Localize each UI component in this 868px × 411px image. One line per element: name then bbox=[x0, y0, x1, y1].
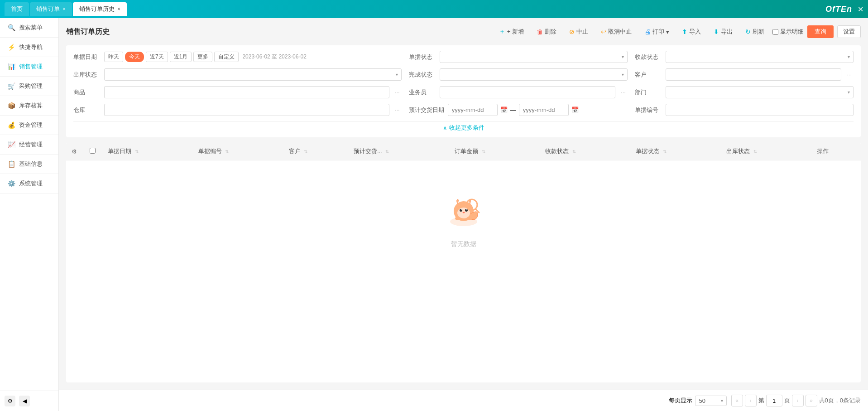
salesperson-input[interactable] bbox=[440, 86, 615, 98]
warehouse-input[interactable] bbox=[104, 104, 389, 116]
filter-panel: 单据日期 昨天 今天 近7天 近1月 更多 自定义 2023-06-02 至 2… bbox=[66, 45, 861, 137]
delivery-status-select[interactable] bbox=[104, 68, 402, 81]
payment-status-select[interactable] bbox=[666, 51, 854, 63]
basic-info-icon: 📋 bbox=[7, 160, 15, 168]
settings-button[interactable]: 设置 bbox=[837, 25, 861, 38]
goods-more-icon[interactable]: ··· bbox=[393, 89, 402, 96]
settings-gear-icon[interactable]: ⚙ bbox=[72, 148, 77, 155]
filter-group-department: 部门 ▾ bbox=[635, 86, 854, 98]
sidebar-item-purchase-mgmt[interactable]: 🛒 采购管理 bbox=[0, 77, 58, 96]
warehouse-label: 仓库 bbox=[73, 106, 101, 114]
sidebar-item-operations[interactable]: 📈 经营管理 bbox=[0, 135, 58, 155]
tab-sales-order-history-close[interactable]: × bbox=[117, 6, 120, 12]
tab-sales-order[interactable]: 销售订单 × bbox=[30, 2, 72, 16]
payment-status-sort-icon[interactable]: ⇅ bbox=[572, 149, 576, 154]
salesperson-more-icon[interactable]: ··· bbox=[619, 89, 628, 96]
import-icon: ⬆ bbox=[682, 28, 687, 35]
date-btn-yesterday[interactable]: 昨天 bbox=[104, 52, 123, 62]
per-page-label: 每页显示 bbox=[669, 396, 692, 405]
sidebar-item-search-menu-label: 搜索菜单 bbox=[19, 24, 43, 32]
order-number-label: 单据编号 bbox=[635, 106, 662, 114]
tab-sales-order-history[interactable]: 销售订单历史 × bbox=[73, 2, 127, 16]
amount-sort-icon[interactable]: ⇅ bbox=[482, 149, 485, 154]
refresh-icon: ↻ bbox=[745, 28, 751, 35]
refresh-button[interactable]: ↻ 刷新 bbox=[741, 26, 769, 38]
expected-delivery-sort-icon[interactable]: ⇅ bbox=[385, 149, 389, 154]
page-number-input[interactable] bbox=[766, 395, 782, 406]
data-table: ⚙ 单据日期 ⇅ 单据编号 ⇅ bbox=[66, 143, 861, 276]
import-button[interactable]: ⬆ 导入 bbox=[677, 26, 705, 38]
print-button[interactable]: 🖨 打印 ▾ bbox=[640, 26, 674, 38]
number-sort-icon[interactable]: ⇅ bbox=[225, 149, 229, 154]
complete-status-label: 完成状态 bbox=[409, 71, 436, 79]
delivery-status-select-wrapper: ▾ bbox=[104, 68, 402, 81]
display-detail-checkbox[interactable] bbox=[772, 29, 778, 35]
sidebar-item-inventory[interactable]: 📦 库存核算 bbox=[0, 96, 58, 116]
date-btn-7days[interactable]: 近7天 bbox=[146, 52, 168, 62]
date-btn-1month[interactable]: 近1月 bbox=[170, 52, 192, 62]
filter-group-salesperson: 业务员 ··· bbox=[409, 86, 628, 98]
delete-label: 删除 bbox=[545, 28, 556, 36]
sidebar-item-basic-info[interactable]: 📋 基础信息 bbox=[0, 155, 58, 174]
table-body: 暂无数据 bbox=[66, 160, 861, 276]
th-checkbox[interactable] bbox=[84, 143, 102, 160]
prev-page-button[interactable]: ‹ bbox=[745, 395, 757, 406]
sidebar-collapse-icon[interactable]: ◀ bbox=[19, 396, 30, 406]
customer-more-icon[interactable]: ··· bbox=[845, 71, 854, 78]
customer-sort-icon[interactable]: ⇅ bbox=[304, 149, 307, 154]
tab-home[interactable]: 首页 bbox=[5, 2, 29, 16]
sidebar-item-search-menu[interactable]: 🔍 搜索菜单 bbox=[0, 18, 58, 38]
delivery-status-sort-icon[interactable]: ⇅ bbox=[753, 149, 757, 154]
date-btn-custom[interactable]: 自定义 bbox=[214, 52, 239, 62]
expected-delivery-end-input[interactable] bbox=[519, 104, 569, 116]
complete-status-select[interactable] bbox=[440, 68, 628, 81]
table-header: ⚙ 单据日期 ⇅ 单据编号 ⇅ bbox=[66, 143, 861, 160]
sidebar-item-system-label: 系统管理 bbox=[19, 179, 43, 188]
sidebar-item-system[interactable]: ⚙️ 系统管理 bbox=[0, 174, 58, 193]
order-number-input[interactable] bbox=[666, 104, 854, 116]
sidebar-item-quick-nav[interactable]: ⚡ 快捷导航 bbox=[0, 38, 58, 57]
select-all-checkbox[interactable] bbox=[90, 148, 96, 154]
new-label: + 新增 bbox=[507, 28, 524, 36]
window-close-button[interactable]: ✕ bbox=[858, 5, 863, 14]
th-settings[interactable]: ⚙ bbox=[66, 143, 84, 160]
export-button[interactable]: ⬇ 导出 bbox=[709, 26, 737, 38]
date-btn-more[interactable]: 更多 bbox=[193, 52, 212, 62]
next-page-button[interactable]: › bbox=[792, 395, 804, 406]
empty-state: 暂无数据 bbox=[66, 160, 861, 276]
page-size-select[interactable]: 10 20 50 100 bbox=[695, 396, 727, 406]
print-dropdown-icon[interactable]: ▾ bbox=[666, 29, 669, 35]
filter-row-3: 商品 ··· 业务员 ··· 部门 bbox=[73, 86, 854, 98]
svg-point-5 bbox=[461, 209, 462, 210]
department-select[interactable] bbox=[666, 86, 854, 98]
cancel-stop-button[interactable]: ↩ 取消中止 bbox=[596, 26, 636, 38]
th-delivery-status: 出库状态 ⇅ bbox=[721, 143, 811, 160]
tab-sales-order-close[interactable]: × bbox=[62, 6, 66, 12]
warehouse-more-icon[interactable]: ··· bbox=[393, 106, 402, 113]
display-detail-check[interactable]: 显示明细 bbox=[772, 28, 804, 36]
last-page-button[interactable]: » bbox=[806, 395, 817, 406]
delete-button[interactable]: 🗑 删除 bbox=[532, 26, 561, 38]
query-button[interactable]: 查询 bbox=[807, 25, 834, 38]
date-sort-icon[interactable]: ⇅ bbox=[135, 149, 139, 154]
goods-input[interactable] bbox=[104, 86, 389, 98]
th-payment-status: 收款状态 ⇅ bbox=[540, 143, 630, 160]
tab-sales-order-history-label: 销售订单历史 bbox=[79, 5, 115, 13]
page-content: 销售订单历史 ＋ + 新增 🗑 删除 ⊘ 中止 ↩ bbox=[59, 18, 868, 390]
expected-delivery-start-input[interactable] bbox=[448, 104, 498, 116]
order-status-select[interactable] bbox=[440, 51, 628, 63]
stop-button[interactable]: ⊘ 中止 bbox=[565, 26, 593, 38]
expected-delivery-start-calendar-icon[interactable]: 📅 bbox=[500, 106, 508, 113]
customer-input[interactable] bbox=[666, 68, 841, 81]
sidebar-item-sales-mgmt[interactable]: 📊 销售管理 bbox=[0, 57, 58, 77]
date-btn-today[interactable]: 今天 bbox=[125, 52, 144, 62]
page-header: 销售订单历史 ＋ + 新增 🗑 删除 ⊘ 中止 ↩ bbox=[66, 25, 861, 38]
page-title: 销售订单历史 bbox=[66, 27, 110, 37]
expected-delivery-end-calendar-icon[interactable]: 📅 bbox=[571, 106, 579, 113]
order-status-sort-icon[interactable]: ⇅ bbox=[663, 149, 667, 154]
new-button[interactable]: ＋ + 新增 bbox=[494, 26, 528, 38]
first-page-button[interactable]: « bbox=[731, 395, 743, 406]
sidebar-item-finance[interactable]: 💰 资金管理 bbox=[0, 116, 58, 135]
sidebar-settings-icon[interactable]: ⚙ bbox=[5, 396, 15, 406]
collapse-bar[interactable]: ∧ 收起更多条件 bbox=[73, 121, 854, 132]
